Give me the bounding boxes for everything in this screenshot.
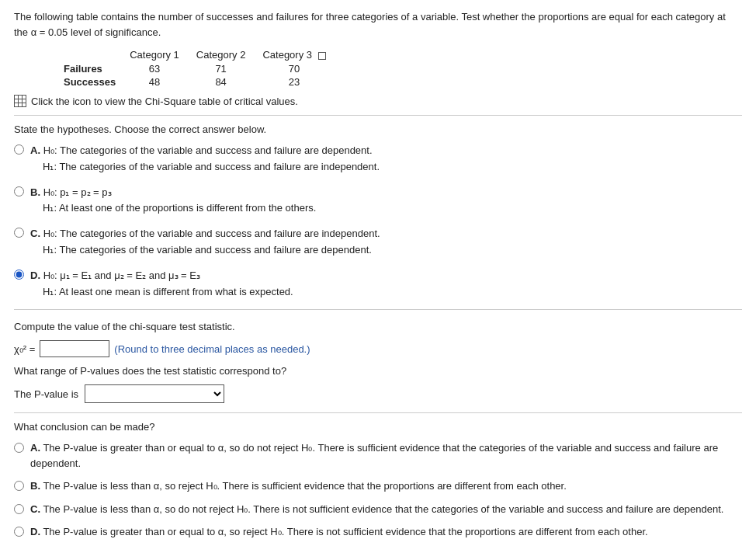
- option-b-row: B. H₀: p₁ = p₂ = p₃ H₁: At least one of …: [14, 185, 742, 217]
- data-table-section: Category 1 Category 2 Category 3 Failure…: [61, 47, 742, 89]
- chi-square-link-text: Click the icon to view the Chi-Square ta…: [31, 96, 298, 107]
- table-header-cat3: Category 3: [259, 47, 339, 62]
- row-label-successes: Successes: [61, 75, 127, 89]
- chi-value-input[interactable]: [40, 340, 109, 357]
- option-a-row: A. H₀: The categories of the variable an…: [14, 143, 742, 176]
- successes-cat2: 84: [193, 75, 260, 89]
- option-b-letter: B.: [30, 186, 40, 198]
- conclusion-b-text: The P-value is less than α, so reject H₀…: [43, 480, 566, 492]
- conclusion-d-radio[interactable]: [14, 527, 24, 537]
- option-c-letter: C.: [30, 228, 40, 239]
- option-c-line2: H₁: The categories of the variable and s…: [43, 242, 380, 259]
- conclusion-a-text: The P-value is greater than or equal to …: [30, 442, 718, 469]
- option-d-content: D. H₀: μ₁ = E₁ and μ₂ = E₂ and μ₃ = E₃ H…: [30, 268, 293, 301]
- option-a-content: A. H₀: The categories of the variable an…: [30, 143, 380, 176]
- option-d-line1: H₀: μ₁ = E₁ and μ₂ = E₂ and μ₃ = E₃: [43, 270, 200, 281]
- conclusion-option-a: A. The P-value is greater than or equal …: [14, 440, 742, 471]
- conclusion-b-letter: B.: [30, 480, 40, 492]
- conclusion-question: What conclusion can be made?: [14, 421, 742, 433]
- table-header-row: Category 1 Category 2 Category 3: [61, 47, 340, 62]
- option-c-line1: H₀: The categories of the variable and s…: [43, 228, 380, 239]
- conclusion-d-letter: D.: [30, 526, 40, 537]
- row-label-failures: Failures: [61, 62, 127, 75]
- table-header-cat2: Category 2: [193, 47, 260, 62]
- conclusion-d-content: D. The P-value is greater than or equal …: [30, 524, 648, 540]
- successes-cat1: 48: [127, 75, 193, 89]
- conclusion-a-content: A. The P-value is greater than or equal …: [30, 440, 742, 471]
- conclusion-d-text: The P-value is greater than or equal to …: [43, 526, 647, 537]
- compute-label: Compute the value of the chi-square test…: [14, 321, 742, 332]
- pvalue-label: The P-value is: [14, 388, 78, 400]
- option-b-line1: H₀: p₁ = p₂ = p₃: [43, 186, 112, 198]
- option-b-content: B. H₀: p₁ = p₂ = p₃ H₁: At least one of …: [30, 185, 316, 217]
- divider-2: [14, 309, 742, 310]
- option-a-line1: H₀: The categories of the variable and s…: [43, 144, 373, 156]
- option-b-line2: H₁: At least one of the proportions is d…: [43, 200, 316, 217]
- divider-1: [14, 115, 742, 116]
- divider-3: [14, 412, 742, 413]
- option-c-content: C. H₀: The categories of the variable an…: [30, 226, 380, 259]
- option-d-row: D. H₀: μ₁ = E₁ and μ₂ = E₂ and μ₃ = E₃ H…: [14, 268, 742, 301]
- intro-text: The following table contains the number …: [14, 9, 742, 40]
- option-b-radio[interactable]: [14, 186, 24, 197]
- option-d-letter: D.: [30, 270, 40, 281]
- chi-square-link[interactable]: Click the icon to view the Chi-Square ta…: [14, 95, 742, 107]
- table-header-empty: [61, 47, 127, 62]
- table-icon[interactable]: [318, 52, 326, 60]
- option-a-letter: A.: [30, 144, 40, 156]
- pvalue-question: What range of P-values does the test sta…: [14, 365, 742, 377]
- data-table: Category 1 Category 2 Category 3 Failure…: [61, 47, 340, 89]
- conclusion-b-content: B. The P-value is less than α, so reject…: [30, 478, 567, 494]
- conclusion-b-radio[interactable]: [14, 481, 24, 491]
- hypotheses-label: State the hypotheses. Choose the correct…: [14, 123, 742, 135]
- table-row-successes: Successes 48 84 23: [61, 75, 340, 89]
- chi-hint: (Round to three decimal places as needed…: [114, 343, 310, 355]
- pvalue-select[interactable]: less than 0.001 between 0.001 and 0.01 b…: [85, 384, 224, 403]
- pvalue-row: The P-value is less than 0.001 between 0…: [14, 384, 742, 403]
- option-d-radio[interactable]: [14, 270, 24, 280]
- option-a-radio[interactable]: [14, 144, 24, 155]
- failures-cat2: 71: [193, 62, 260, 75]
- conclusion-option-b: B. The P-value is less than α, so reject…: [14, 478, 742, 494]
- chi-input-row: χ₀² = (Round to three decimal places as …: [14, 340, 742, 357]
- successes-cat3: 23: [259, 75, 339, 89]
- conclusion-c-letter: C.: [30, 503, 40, 515]
- failures-cat1: 63: [127, 62, 193, 75]
- conclusion-c-content: C. The P-value is less than α, so do not…: [30, 502, 723, 517]
- grid-table-icon[interactable]: [14, 95, 26, 107]
- chi-symbol: χ₀² =: [14, 343, 35, 355]
- conclusion-c-text: The P-value is less than α, so do not re…: [43, 503, 723, 515]
- option-d-line2: H₁: At least one mean is different from …: [43, 284, 293, 301]
- failures-cat3: 70: [259, 62, 339, 75]
- conclusion-c-radio[interactable]: [14, 504, 24, 514]
- conclusion-a-radio[interactable]: [14, 443, 24, 453]
- conclusion-option-c: C. The P-value is less than α, so do not…: [14, 502, 742, 517]
- option-c-row: C. H₀: The categories of the variable an…: [14, 226, 742, 259]
- option-a-line2: H₁: The categories of the variable and s…: [43, 159, 380, 176]
- cat3-label: Category 3: [262, 49, 312, 61]
- option-c-radio[interactable]: [14, 228, 24, 238]
- table-row-failures: Failures 63 71 70: [61, 62, 340, 75]
- conclusion-option-d: D. The P-value is greater than or equal …: [14, 524, 742, 540]
- conclusion-a-letter: A.: [30, 442, 40, 454]
- table-header-cat1: Category 1: [127, 47, 193, 62]
